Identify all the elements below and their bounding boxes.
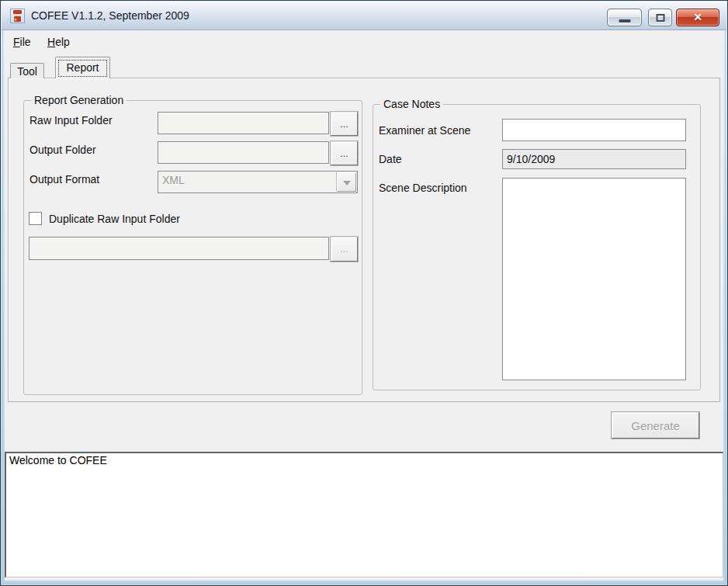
output-folder-label: Output Folder	[29, 144, 96, 156]
date-input[interactable]	[502, 149, 686, 169]
tab-tool[interactable]: Tool	[10, 63, 44, 78]
duplicate-raw-input-label[interactable]: Duplicate Raw Input Folder	[49, 213, 180, 225]
duplicate-folder-input[interactable]	[29, 237, 329, 260]
generate-button[interactable]: Generate	[612, 412, 699, 439]
maximize-button[interactable]	[648, 9, 672, 26]
close-icon: ✕	[677, 9, 719, 26]
output-format-combobox[interactable]: XML	[158, 171, 358, 193]
scene-description-textarea[interactable]	[502, 178, 686, 380]
maximize-icon	[656, 14, 664, 22]
examiner-input[interactable]	[502, 119, 686, 141]
output-folder-input[interactable]	[158, 141, 329, 164]
menu-bar: File Help	[5, 30, 723, 54]
minimize-button[interactable]	[607, 9, 642, 26]
window-title: COFEE V1.1.2, September 2009	[31, 9, 189, 22]
output-format-dropdown-button[interactable]	[336, 172, 356, 192]
duplicate-folder-browse-button[interactable]: ...	[331, 237, 358, 262]
examiner-label: Examiner at Scene	[379, 124, 470, 137]
menu-file[interactable]: File	[7, 33, 37, 51]
date-label: Date	[379, 153, 402, 165]
output-format-value: XML	[162, 174, 185, 186]
report-generation-title: Report Generation	[31, 94, 127, 106]
close-button[interactable]: ✕	[676, 9, 719, 26]
minimize-icon	[619, 19, 630, 23]
log-output[interactable]: Welcome to COFEE	[5, 452, 723, 577]
tab-report-label: Report	[66, 61, 99, 74]
duplicate-raw-input-checkbox[interactable]	[29, 212, 42, 225]
output-folder-browse-button[interactable]: ...	[331, 141, 358, 165]
raw-input-folder-browse-button[interactable]: ...	[331, 112, 358, 136]
menu-help[interactable]: Help	[41, 33, 76, 51]
raw-input-folder-input[interactable]	[158, 112, 329, 134]
raw-input-folder-label: Raw Input Folder	[29, 114, 113, 127]
screenshot: COFEE V1.1.2, September 2009 ✕ File Help…	[0, 0, 728, 586]
log-text: Welcome to COFEE	[9, 454, 107, 466]
app-window: COFEE V1.1.2, September 2009 ✕ File Help…	[0, 0, 728, 586]
chevron-down-icon	[343, 180, 351, 185]
app-icon	[10, 9, 25, 23]
tab-report[interactable]: Report	[55, 57, 110, 78]
title-bar[interactable]: COFEE V1.1.2, September 2009 ✕	[2, 2, 726, 30]
scene-description-label: Scene Description	[379, 182, 467, 194]
output-format-label: Output Format	[29, 173, 99, 186]
case-notes-title: Case Notes	[380, 98, 443, 110]
client-area: File Help Tool Report Report Generation …	[5, 30, 723, 581]
